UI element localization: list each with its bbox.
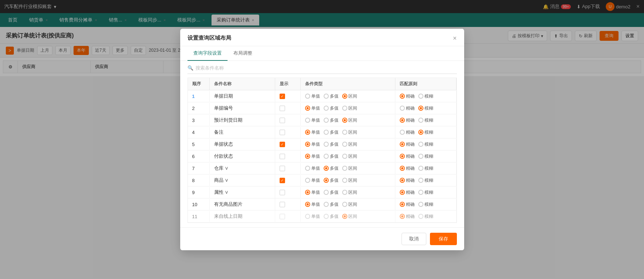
dialog-header: 设置查询区域布局 × (180, 29, 464, 46)
dialog-tabs: 查询字段设置 布局调整 (180, 46, 464, 61)
modal-overlay: 设置查询区域布局 × 查询字段设置 布局调整 🔍 顺序 (0, 0, 644, 76)
dialog-body: 🔍 顺序 条件名称 显示 条件类型 匹配原则 1 (180, 61, 464, 76)
tab-layout-label: 布局调整 (233, 50, 252, 56)
tab-layout[interactable]: 布局调整 (228, 46, 258, 61)
dialog-close-button[interactable]: × (453, 35, 457, 42)
search-row: 🔍 (187, 65, 457, 74)
search-input[interactable] (195, 65, 268, 71)
tab-fields-label: 查询字段设置 (193, 50, 222, 56)
tab-fields[interactable]: 查询字段设置 (187, 46, 228, 61)
settings-dialog: 设置查询区域布局 × 查询字段设置 布局调整 🔍 顺序 (180, 29, 464, 76)
search-icon: 🔍 (187, 65, 193, 71)
dialog-title: 设置查询区域布局 (187, 35, 231, 42)
